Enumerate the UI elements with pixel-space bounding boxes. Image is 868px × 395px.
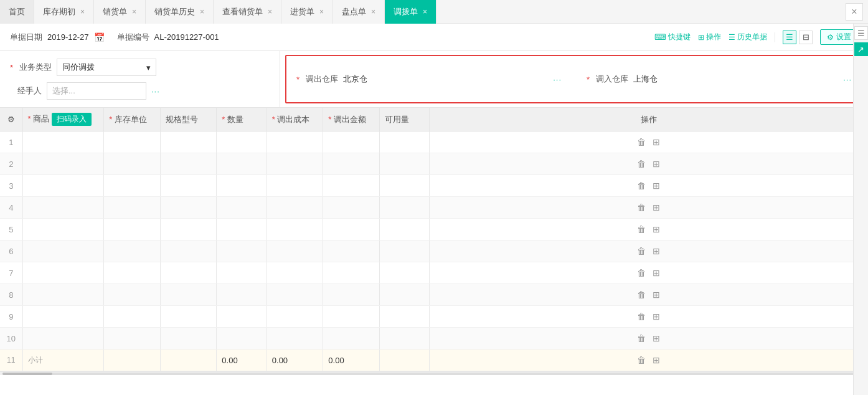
row-unit-5[interactable]: [104, 219, 161, 240]
history-button[interactable]: ☰ 历史单据: [729, 32, 767, 42]
tab-inventory-init[interactable]: 库存期初 ×: [34, 0, 94, 24]
row-copy-icon-3[interactable]: ⊞: [650, 179, 663, 192]
col-settings[interactable]: ⚙: [0, 108, 22, 131]
calendar-icon[interactable]: 📅: [94, 32, 105, 42]
row-delete-icon-1[interactable]: 🗑: [635, 136, 648, 148]
row-copy-icon-10[interactable]: ⊞: [650, 332, 663, 345]
tab-inventory-init-close[interactable]: ×: [80, 8, 85, 16]
row-qty-8[interactable]: [217, 284, 267, 306]
row-delete-icon-9[interactable]: 🗑: [635, 310, 648, 323]
row-unit-8[interactable]: [104, 284, 161, 306]
shortcuts-button[interactable]: ⌨ 快捷键: [654, 32, 691, 42]
tab-transfer-order-close[interactable]: ×: [423, 8, 427, 16]
row-product-1[interactable]: [22, 131, 104, 153]
row-copy-icon-7[interactable]: ⊞: [650, 267, 663, 279]
subtotal-copy-icon[interactable]: ⊞: [650, 354, 663, 366]
row-cost-5[interactable]: [267, 219, 323, 240]
window-close-button[interactable]: ×: [846, 3, 863, 21]
row-product-8[interactable]: [22, 284, 104, 306]
transfer-out-value[interactable]: 北京仓: [343, 74, 367, 85]
row-unit-10[interactable]: [104, 328, 161, 350]
row-spec-1[interactable]: [160, 131, 217, 153]
row-spec-10[interactable]: [160, 328, 217, 350]
row-product-3[interactable]: [22, 175, 104, 197]
row-product-6[interactable]: [22, 240, 104, 262]
row-spec-4[interactable]: [160, 197, 217, 219]
row-product-5[interactable]: [22, 219, 104, 240]
row-cost-10[interactable]: [267, 328, 323, 350]
tab-sales-order-close[interactable]: ×: [132, 8, 136, 16]
layout-list-icon[interactable]: ☰: [783, 31, 796, 44]
row-amount-2[interactable]: [323, 153, 380, 175]
row-unit-7[interactable]: [104, 262, 161, 284]
tab-sales-history[interactable]: 销货单历史 ×: [146, 0, 214, 24]
row-cost-4[interactable]: [267, 197, 323, 219]
row-qty-9[interactable]: [217, 306, 267, 328]
row-cost-2[interactable]: [267, 153, 323, 175]
row-spec-6[interactable]: [160, 240, 217, 262]
row-amount-7[interactable]: [323, 262, 380, 284]
row-qty-3[interactable]: [217, 175, 267, 197]
row-qty-4[interactable]: [217, 197, 267, 219]
row-delete-icon-10[interactable]: 🗑: [635, 332, 648, 345]
row-unit-6[interactable]: [104, 240, 161, 262]
row-delete-icon-3[interactable]: 🗑: [635, 179, 648, 192]
row-spec-8[interactable]: [160, 284, 217, 306]
row-copy-icon-2[interactable]: ⊞: [650, 158, 663, 170]
row-copy-icon-1[interactable]: ⊞: [650, 136, 663, 148]
row-avail-4[interactable]: [379, 197, 429, 219]
row-amount-5[interactable]: [323, 219, 380, 240]
row-avail-9[interactable]: [379, 306, 429, 328]
tab-transfer-order[interactable]: 调拨单 ×: [385, 0, 436, 24]
row-amount-4[interactable]: [323, 197, 380, 219]
row-qty-1[interactable]: [217, 131, 267, 153]
row-cost-1[interactable]: [267, 131, 323, 153]
tab-view-sales[interactable]: 查看销货单 ×: [214, 0, 281, 24]
row-avail-6[interactable]: [379, 240, 429, 262]
row-amount-10[interactable]: [323, 328, 380, 350]
tab-home[interactable]: 首页: [0, 0, 34, 24]
tab-inventory-check-close[interactable]: ×: [371, 8, 375, 16]
row-unit-1[interactable]: [104, 131, 161, 153]
transfer-in-more-btn[interactable]: ···: [843, 75, 852, 84]
row-cost-8[interactable]: [267, 284, 323, 306]
row-product-7[interactable]: [22, 262, 104, 284]
tab-purchase-order-close[interactable]: ×: [319, 8, 324, 16]
tab-purchase-order[interactable]: 进货单 ×: [281, 0, 333, 24]
row-spec-9[interactable]: [160, 306, 217, 328]
row-product-9[interactable]: [22, 306, 104, 328]
row-delete-icon-2[interactable]: 🗑: [635, 158, 648, 170]
scan-button[interactable]: 扫码录入: [52, 113, 92, 126]
row-unit-3[interactable]: [104, 175, 161, 197]
row-qty-2[interactable]: [217, 153, 267, 175]
handler-select[interactable]: 选择...: [47, 82, 146, 100]
row-copy-icon-5[interactable]: ⊞: [650, 223, 663, 236]
row-spec-5[interactable]: [160, 219, 217, 240]
layout-grid-icon[interactable]: ⊟: [799, 31, 813, 44]
row-spec-3[interactable]: [160, 175, 217, 197]
row-cost-6[interactable]: [267, 240, 323, 262]
sidebar-list-icon[interactable]: ☰: [854, 26, 868, 40]
row-cost-7[interactable]: [267, 262, 323, 284]
row-product-4[interactable]: [22, 197, 104, 219]
row-unit-9[interactable]: [104, 306, 161, 328]
scrollbar-area[interactable]: [0, 371, 868, 375]
row-delete-icon-6[interactable]: 🗑: [635, 245, 648, 257]
scrollbar-thumb[interactable]: [2, 373, 52, 375]
row-avail-8[interactable]: [379, 284, 429, 306]
tab-inventory-check[interactable]: 盘点单 ×: [333, 0, 385, 24]
row-unit-4[interactable]: [104, 197, 161, 219]
tab-sales-history-close[interactable]: ×: [200, 8, 204, 16]
tab-view-sales-close[interactable]: ×: [268, 8, 272, 16]
row-cost-9[interactable]: [267, 306, 323, 328]
row-qty-10[interactable]: [217, 328, 267, 350]
row-qty-7[interactable]: [217, 262, 267, 284]
row-copy-icon-8[interactable]: ⊞: [650, 288, 663, 301]
settings-button[interactable]: ⚙ 设置: [820, 29, 858, 45]
row-amount-3[interactable]: [323, 175, 380, 197]
transfer-out-more-btn[interactable]: ···: [553, 75, 562, 84]
row-avail-3[interactable]: [379, 175, 429, 197]
date-value[interactable]: 2019-12-27: [47, 32, 89, 42]
row-delete-icon-4[interactable]: 🗑: [635, 201, 648, 214]
operations-button[interactable]: ⊞ 操作: [698, 32, 721, 42]
